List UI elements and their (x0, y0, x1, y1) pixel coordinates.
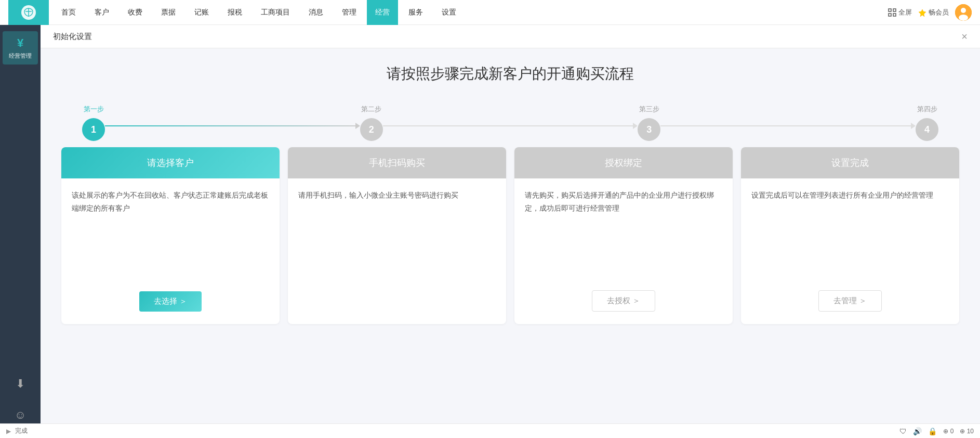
svg-point-10 (959, 15, 968, 21)
nav-operation[interactable]: 经营 (367, 0, 398, 25)
card-2: 手机扫码购买 请用手机扫码，输入小微企业主账号密码进行购买 (288, 147, 506, 324)
step-1-wrapper: 第一步 1 (82, 105, 105, 141)
svg-rect-3 (889, 9, 891, 11)
nav-bills[interactable]: 票据 (153, 0, 184, 25)
svg-point-9 (961, 8, 966, 13)
svg-rect-5 (889, 14, 891, 16)
connector-2-3 (383, 123, 638, 129)
sidebar: ¥ 经营管理 ⬇ ☺ (0, 25, 41, 438)
step-2-label: 第二步 (361, 105, 381, 114)
status-bar: ▶ 完成 🛡 🔊 🔒 ⊕ 0 ⊕ 10 (0, 423, 980, 438)
nav-business[interactable]: 工商项目 (253, 0, 298, 25)
status-count-1: ⊕ 0 (943, 428, 953, 435)
user-avatar[interactable] (955, 4, 972, 21)
nav-message[interactable]: 消息 (300, 0, 332, 25)
nav-fee[interactable]: 收费 (120, 0, 151, 25)
card-4-btn[interactable]: 去管理 ＞ (818, 290, 882, 312)
step-3-wrapper: 第三步 3 (638, 105, 660, 141)
card-1-footer: 去选择 ＞ (61, 283, 280, 324)
operation-icon: ¥ (17, 36, 23, 50)
step-2-circle: 2 (360, 118, 383, 141)
card-4-footer: 去管理 ＞ (741, 282, 959, 324)
membership-btn[interactable]: 畅会员 (918, 8, 949, 17)
card-4-body: 设置完成后可以在管理列表进行所有企业用户的经营管理 (741, 178, 959, 282)
card-3-header: 授权绑定 (514, 147, 733, 178)
main-title: 请按照步骤完成新客户的开通购买流程 (61, 64, 959, 84)
status-text: 完成 (15, 427, 28, 435)
status-bar-right: 🛡 🔊 🔒 ⊕ 0 ⊕ 10 (899, 427, 974, 435)
nav-settings[interactable]: 设置 (433, 0, 465, 25)
card-2-body: 请用手机扫码，输入小微企业主账号密码进行购买 (288, 178, 506, 303)
step-3-label: 第三步 (639, 105, 659, 114)
card-1: 请选择客户 该处展示的客户为不在回收站、客户状态正常建账后完成老板端绑定的所有客… (61, 147, 280, 324)
step-4-label: 第四步 (917, 105, 937, 114)
step-3-circle: 3 (638, 118, 660, 141)
card-4-header: 设置完成 (741, 147, 959, 178)
svg-rect-4 (893, 9, 896, 11)
nav-tax[interactable]: 报税 (219, 0, 250, 25)
step-2-wrapper: 第二步 2 (360, 105, 383, 141)
volume-icon: 🔊 (913, 427, 922, 435)
card-1-body: 该处展示的客户为不在回收站、客户状态正常建账后完成老板端绑定的所有客户 (61, 178, 280, 283)
step-1-label: 第一步 (84, 105, 104, 114)
page-title: 初始化设置 (53, 32, 92, 42)
step-4-wrapper: 第四步 4 (916, 105, 938, 141)
nav-service[interactable]: 服务 (400, 0, 431, 25)
nav-right-actions: 全屏 畅会员 (888, 4, 972, 21)
card-3-body: 请先购买，购买后选择开通的产品中的企业用户进行授权绑定，成功后即可进行经营管理 (514, 178, 733, 282)
card-2-footer (288, 303, 506, 324)
connector-3-4 (660, 123, 916, 129)
sidebar-item-operation[interactable]: ¥ 经营管理 (3, 31, 38, 65)
nav-items: 首页 客户 收费 票据 记账 报税 工商项目 消息 管理 经营 服务 设置 (49, 0, 888, 25)
step-1-circle: 1 (82, 118, 105, 141)
svg-marker-7 (919, 9, 926, 17)
card-3-footer: 去授权 ＞ (514, 282, 733, 324)
card-4: 设置完成 设置完成后可以在管理列表进行所有企业用户的经营管理 去管理 ＞ (741, 147, 959, 324)
sidebar-item-label: 经营管理 (9, 52, 32, 59)
app-logo (8, 0, 49, 25)
lock-icon: 🔒 (928, 427, 937, 435)
card-1-btn[interactable]: 去选择 ＞ (139, 291, 202, 312)
nav-customer[interactable]: 客户 (86, 0, 117, 25)
nav-home[interactable]: 首页 (53, 0, 84, 25)
fullscreen-btn[interactable]: 全屏 (888, 8, 912, 17)
card-1-header: 请选择客户 (61, 147, 280, 178)
fullscreen-label: 全屏 (898, 8, 912, 17)
shield-icon: 🛡 (899, 427, 907, 435)
svg-rect-6 (893, 14, 896, 16)
sidebar-download-btn[interactable]: ⬇ (8, 371, 33, 396)
top-navigation: 首页 客户 收费 票据 记账 报税 工商项目 消息 管理 经营 服务 设置 全屏… (0, 0, 980, 25)
nav-bookkeeping[interactable]: 记账 (186, 0, 217, 25)
nav-manage[interactable]: 管理 (334, 0, 365, 25)
step-4-circle: 4 (916, 118, 938, 141)
connector-1-2 (105, 123, 360, 129)
content-area: 请按照步骤完成新客户的开通购买流程 第一步 1 第二步 (41, 48, 980, 340)
main-content: 初始化设置 × 请按照步骤完成新客户的开通购买流程 第一步 1 (41, 25, 980, 438)
card-2-header: 手机扫码购买 (288, 147, 506, 178)
card-3: 授权绑定 请先购买，购买后选择开通的产品中的企业用户进行授权绑定，成功后即可进行… (514, 147, 733, 324)
status-count-2: ⊕ 10 (960, 428, 974, 435)
membership-label: 畅会员 (929, 8, 949, 17)
main-layout: ¥ 经营管理 ⬇ ☺ 初始化设置 × 请按照步骤完成新客户的开通购买流程 第一步… (0, 25, 980, 438)
close-button[interactable]: × (961, 31, 968, 42)
play-icon: ▶ (6, 428, 11, 435)
page-header: 初始化设置 × (41, 25, 980, 48)
card-3-btn[interactable]: 去授权 ＞ (592, 290, 655, 312)
cards-row: 请选择客户 该处展示的客户为不在回收站、客户状态正常建账后完成老板端绑定的所有客… (61, 147, 959, 324)
